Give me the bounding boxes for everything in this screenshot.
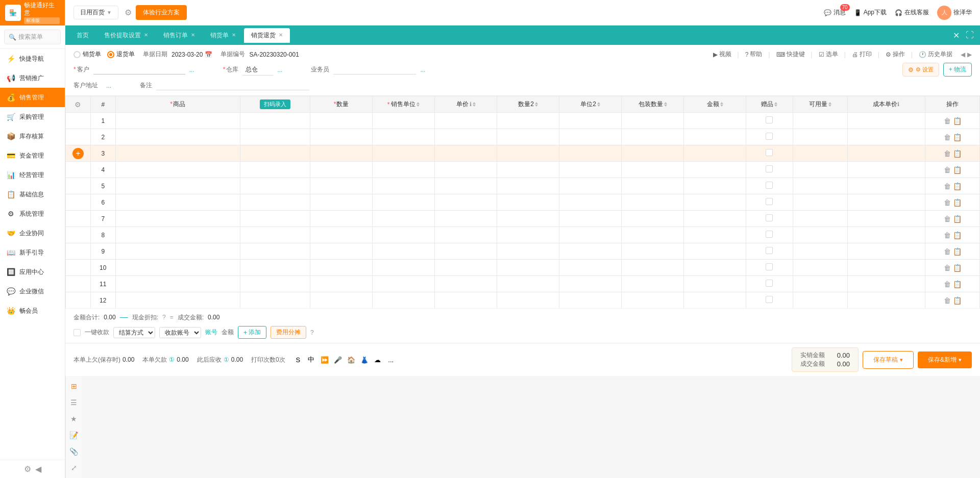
delete-row-9[interactable]: 🗑 bbox=[944, 247, 951, 256]
industry-menu-button[interactable]: 日用百货 ▼ bbox=[74, 6, 118, 19]
row-unit2-3[interactable] bbox=[559, 145, 622, 162]
row-unit-6[interactable] bbox=[373, 194, 435, 211]
row-qty2-11[interactable] bbox=[497, 276, 559, 292]
row-price-11[interactable] bbox=[435, 276, 497, 292]
row-unit2-9[interactable] bbox=[559, 243, 622, 260]
row-amount-11[interactable] bbox=[684, 276, 746, 292]
row-pack-5[interactable] bbox=[622, 178, 684, 194]
row-amount-5[interactable] bbox=[684, 178, 746, 194]
row-pack-8[interactable] bbox=[622, 227, 684, 243]
expense-split-button[interactable]: 费用分摊 bbox=[271, 326, 306, 339]
radio-sales-return[interactable]: 退货单 bbox=[107, 50, 135, 59]
row-goods-8[interactable] bbox=[115, 227, 240, 243]
save-new-button[interactable]: 保存&新增 ▾ bbox=[918, 351, 972, 368]
row-price-5[interactable] bbox=[435, 178, 497, 194]
salesperson-more-button[interactable]: ... bbox=[420, 66, 425, 73]
customer-more-button[interactable]: ... bbox=[189, 66, 194, 73]
row-qty-11[interactable] bbox=[310, 276, 373, 292]
row-amount-7[interactable] bbox=[684, 211, 746, 227]
sidebar-item-basics[interactable]: 📋 基础信息 bbox=[0, 185, 65, 204]
gift-checkbox-4[interactable] bbox=[766, 165, 773, 172]
row-amount-2[interactable] bbox=[684, 129, 746, 145]
row-gift-8[interactable] bbox=[746, 227, 793, 243]
price-info-icon[interactable]: ℹ bbox=[470, 101, 472, 108]
row-goods-7[interactable] bbox=[115, 211, 240, 227]
search-menu-button[interactable]: 🔍 搜索菜单 bbox=[4, 30, 61, 44]
row-qty-3[interactable] bbox=[310, 145, 373, 162]
row-unit2-8[interactable] bbox=[559, 227, 622, 243]
row-qty-9[interactable] bbox=[310, 243, 373, 260]
row-qty-10[interactable] bbox=[310, 260, 373, 276]
warehouse-more-button[interactable]: ... bbox=[277, 66, 282, 73]
row-qty2-8[interactable] bbox=[497, 227, 559, 243]
row-qty2-7[interactable] bbox=[497, 211, 559, 227]
row-goods-9[interactable] bbox=[115, 243, 240, 260]
trial-plan-button[interactable]: 体验行业方案 bbox=[136, 5, 187, 20]
remark-input[interactable] bbox=[156, 81, 309, 90]
tool-icon-3[interactable]: ⏩ bbox=[319, 354, 330, 365]
row-amount-6[interactable] bbox=[684, 194, 746, 211]
row-goods-1[interactable] bbox=[115, 113, 240, 129]
add-row-button[interactable]: + bbox=[72, 148, 84, 159]
tool-icon-6[interactable]: 👗 bbox=[359, 354, 370, 365]
settings-button[interactable]: ⚙ ⚙ 设置 bbox=[902, 63, 939, 77]
right-panel-clip[interactable]: 📎 bbox=[68, 445, 80, 458]
gift-checkbox-9[interactable] bbox=[766, 247, 773, 254]
account-select[interactable]: 收款账号 bbox=[159, 327, 201, 338]
row-qty2-9[interactable] bbox=[497, 243, 559, 260]
row-qty-12[interactable] bbox=[310, 292, 373, 309]
delete-row-6[interactable]: 🗑 bbox=[944, 198, 951, 207]
row-pack-2[interactable] bbox=[622, 129, 684, 145]
add-account-button[interactable]: + 添加 bbox=[238, 326, 266, 339]
row-qty-5[interactable] bbox=[310, 178, 373, 194]
row-amount-4[interactable] bbox=[684, 162, 746, 178]
gift-checkbox-3[interactable] bbox=[766, 149, 773, 156]
row-unit2-7[interactable] bbox=[559, 211, 622, 227]
row-goods-6[interactable] bbox=[115, 194, 240, 211]
gift-checkbox-5[interactable] bbox=[766, 182, 773, 189]
row-unit2-5[interactable] bbox=[559, 178, 622, 194]
row-goods-2[interactable] bbox=[115, 129, 240, 145]
row-unit-11[interactable] bbox=[373, 276, 435, 292]
row-gift-6[interactable] bbox=[746, 194, 793, 211]
print-button[interactable]: 🖨 打印 bbox=[852, 50, 872, 59]
copy-row-9[interactable]: 📋 bbox=[953, 247, 962, 256]
select-button[interactable]: ☑ 选单 bbox=[819, 50, 838, 59]
copy-row-8[interactable]: 📋 bbox=[953, 231, 962, 239]
row-pack-11[interactable] bbox=[622, 276, 684, 292]
row-unit2-2[interactable] bbox=[559, 129, 622, 145]
tool-icon-2[interactable]: 中 bbox=[306, 354, 317, 365]
table-settings-icon[interactable]: ⚙ bbox=[75, 100, 81, 109]
history-button[interactable]: 🕐 历史单据 bbox=[919, 50, 952, 59]
row-gift-3[interactable] bbox=[746, 145, 793, 162]
row-gift-11[interactable] bbox=[746, 276, 793, 292]
row-amount-3[interactable] bbox=[684, 145, 746, 162]
calc-method-select[interactable]: 结算方式 bbox=[113, 327, 155, 338]
row-unit-2[interactable] bbox=[373, 129, 435, 145]
row-qty2-12[interactable] bbox=[497, 292, 559, 309]
row-qty-4[interactable] bbox=[310, 162, 373, 178]
row-qty-6[interactable] bbox=[310, 194, 373, 211]
sidebar-item-apps[interactable]: 🔲 应用中心 bbox=[0, 262, 65, 282]
row-pack-6[interactable] bbox=[622, 194, 684, 211]
row-qty2-10[interactable] bbox=[497, 260, 559, 276]
row-qty-8[interactable] bbox=[310, 227, 373, 243]
tab-close-sales-price[interactable]: ✕ bbox=[144, 33, 148, 38]
row-pack-4[interactable] bbox=[622, 162, 684, 178]
expense-help-icon[interactable]: ? bbox=[310, 329, 314, 336]
nav-prev-icon[interactable]: ◀ bbox=[961, 51, 965, 58]
row-gift-10[interactable] bbox=[746, 260, 793, 276]
row-qty-2[interactable] bbox=[310, 129, 373, 145]
row-qty-1[interactable] bbox=[310, 113, 373, 129]
tool-icon-1[interactable]: S bbox=[292, 354, 304, 365]
row-unit2-10[interactable] bbox=[559, 260, 622, 276]
row-unit-9[interactable] bbox=[373, 243, 435, 260]
delete-row-8[interactable]: 🗑 bbox=[944, 231, 951, 239]
account-more-button[interactable]: 账号 bbox=[205, 328, 217, 337]
after-receivable-help[interactable]: ① bbox=[224, 356, 229, 363]
operate-button[interactable]: ⚙ 操作 bbox=[886, 50, 905, 59]
row-unit-10[interactable] bbox=[373, 260, 435, 276]
delete-row-7[interactable]: 🗑 bbox=[944, 215, 951, 223]
sidebar-item-marketing[interactable]: 📢 营销推广 bbox=[0, 68, 65, 88]
sidebar-item-enterprise[interactable]: 🤝 企业协同 bbox=[0, 223, 65, 243]
